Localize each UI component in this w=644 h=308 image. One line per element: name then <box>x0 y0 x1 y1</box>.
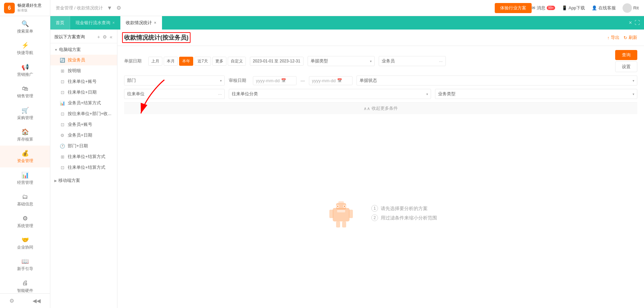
sidebar-item-inventory[interactable]: 🏠 库存核算 <box>0 124 50 146</box>
add-scheme-button[interactable]: + <box>97 34 101 40</box>
sidebar-item-search[interactable]: 🔍 搜索菜单 <box>0 16 50 38</box>
svg-rect-2 <box>338 201 344 204</box>
sidebar-item-label: 搜索菜单 <box>17 29 33 34</box>
tab-receipt-stats-close[interactable]: × <box>154 20 156 25</box>
from-unit-category-select[interactable]: 往来单位分类 ▾ <box>229 89 431 99</box>
review-date-from[interactable]: yyyy-mm-dd 📅 <box>253 76 297 85</box>
settings-icon[interactable]: ⚙ <box>116 5 121 11</box>
sidebar-item-fund[interactable]: 💰 资金管理 <box>0 146 50 167</box>
scheme-item-unit-dept[interactable]: ⊡ 按往来单位+部门+收... <box>50 108 117 119</box>
tab-receipt-stats[interactable]: 收款情况统计 × <box>120 16 162 30</box>
ellipsis-icon: ··· <box>218 92 222 97</box>
sidebar-item-label: 基础信息 <box>17 202 33 206</box>
tab-home[interactable]: 首页 <box>50 16 70 30</box>
date-custom-btn[interactable]: 自定义 <box>228 57 246 66</box>
scheme-item-unit-date[interactable]: ⊡ 往来单位+日期 <box>50 87 117 98</box>
tab-receipt-stats-label: 收款情况统计 <box>126 20 152 26</box>
scheme-item-staff-pay[interactable]: 📊 业务员+结算方式 <box>50 98 117 108</box>
calendar-icon: 📅 <box>281 78 286 83</box>
staff-select[interactable]: 业务员 ··· <box>379 56 446 66</box>
chevron-down-icon: ▾ <box>633 79 634 83</box>
scheme-item-label: 业务员+账号 <box>68 121 92 127</box>
message-icon: ✉ <box>532 5 535 10</box>
sidebar-item-operation[interactable]: 📊 经营管理 <box>0 167 50 189</box>
scheme-item-label: 按明细 <box>68 68 81 74</box>
tab-bank-flow-close[interactable]: × <box>112 20 115 25</box>
dept-select[interactable]: 部门 ▾ <box>124 75 225 86</box>
sidebar-item-label: 企业协同 <box>17 245 33 250</box>
app-download-label: App下载 <box>569 5 585 11</box>
scheme-item-staff-account[interactable]: ⊡ 业务员+账号 <box>50 119 117 130</box>
export-button[interactable]: ↑ 导出 <box>607 35 620 41</box>
inventory-icon: 🏠 <box>21 128 29 136</box>
scheme-item-by-detail[interactable]: ⊞ 按明细 <box>50 65 117 76</box>
date-7days-btn[interactable]: 近7天 <box>195 57 211 66</box>
scheme-icon: ⊡ <box>60 122 65 127</box>
sidebar-item-guide[interactable]: 📖 新手引导 <box>0 254 50 275</box>
main-area: 资金管理 / 收款情况统计 ▼ ⚙ 体验行业方案 ✉ 消息 99+ 📱 App下… <box>50 0 644 308</box>
collapse-sidebar-icon[interactable]: ◀◀ <box>31 296 42 305</box>
scheme-settings-icon[interactable]: ⚙ <box>102 34 108 40</box>
collapse-conditions-button[interactable]: ∧∧ 收起更多条件 <box>124 102 637 114</box>
scheme-item-dept-date[interactable]: 🕐 部门+日期 <box>50 141 117 151</box>
date-this-year-btn[interactable]: 本年 <box>179 57 193 66</box>
scheme-item-unit-account[interactable]: ⊡ 往来单位+账号 <box>50 76 117 87</box>
scheme-item-by-staff[interactable]: 🔄 按业务员 <box>50 55 117 65</box>
user-profile-button[interactable]: Rit <box>623 3 639 13</box>
settings-button[interactable]: 设置 <box>615 61 637 72</box>
sidebar-item-base[interactable]: 🗂 基础信息 <box>0 189 50 210</box>
biz-type-select[interactable]: 业务类型 ▾ <box>435 89 637 99</box>
scheme-icon: 🕐 <box>60 144 65 149</box>
scheme-item-unit-pay1[interactable]: ⊞ 往来单位+结算方式 <box>50 151 117 162</box>
message-badge: 99+ <box>547 6 555 10</box>
messages-button[interactable]: ✉ 消息 99+ <box>532 5 555 11</box>
settings-bottom-icon[interactable]: ⚙ <box>8 296 15 305</box>
sidebar-item-purchase[interactable]: 🛒 采购管理 <box>0 103 50 124</box>
date-last-month-btn[interactable]: 上月 <box>148 57 162 66</box>
query-button[interactable]: 查询 <box>615 50 637 60</box>
tab-home-label: 首页 <box>56 20 64 26</box>
left-panel: 按以下方案查询 + ⚙ « ▼ 电脑端方案 🔄 按业务员 <box>50 30 117 308</box>
sidebar-item-quick-nav[interactable]: ⚡ 快捷导航 <box>0 38 50 59</box>
date-more-btn[interactable]: 更多 <box>212 57 226 66</box>
date-this-month-btn[interactable]: 本月 <box>164 57 178 66</box>
svg-point-5 <box>337 206 338 207</box>
trial-button[interactable]: 体验行业方案 <box>495 3 532 13</box>
page-title: 收款情况统计(按业务员) <box>124 34 189 41</box>
scheme-icon: 🔄 <box>60 58 65 63</box>
doc-type-select[interactable]: 单据类型 ▾ <box>308 56 375 66</box>
header-gear-icon[interactable]: ▼ <box>107 5 112 11</box>
marketing-icon: 📢 <box>21 63 29 71</box>
empty-steps: 1 请先选择要分析的方案 2 用过滤条件来缩小分析范围 <box>371 204 437 222</box>
chevron-down-icon: ▾ <box>220 79 222 83</box>
scheme-item-label: 往来单位+结算方式 <box>68 164 105 170</box>
scheme-item-unit-pay2[interactable]: ⊡ 往来单位+结算方式 <box>50 162 117 173</box>
desktop-scheme-header[interactable]: ▼ 电脑端方案 <box>50 45 117 55</box>
quick-nav-icon: ⚡ <box>21 42 29 49</box>
app-download-button[interactable]: 📱 App下载 <box>562 5 585 11</box>
svg-rect-10 <box>336 221 340 227</box>
empty-illustration <box>324 196 358 230</box>
review-date-to[interactable]: yyyy-mm-dd 📅 <box>309 76 353 85</box>
step-2-number: 2 <box>371 214 378 221</box>
sidebar-item-hardware[interactable]: 🖨 智能硬件 <box>0 275 50 293</box>
tab-maximize-icon[interactable]: ⛶ <box>635 20 640 26</box>
sidebar-item-marketing[interactable]: 📢 营销推广 <box>0 59 50 81</box>
desktop-scheme-group: ▼ 电脑端方案 🔄 按业务员 ⊞ 按明细 ⊡ 往来单位+账号 <box>50 43 117 174</box>
refresh-button[interactable]: ↻ 刷新 <box>624 35 637 41</box>
from-unit-select[interactable]: 往来单位 ··· <box>124 89 225 99</box>
doc-status-select[interactable]: 单据状态 ▾ <box>357 75 637 86</box>
online-service-button[interactable]: 👤 在线客服 <box>592 5 616 11</box>
tab-close-all-icon[interactable]: × <box>629 20 632 26</box>
tab-bank-flow[interactable]: 现金银行流水查询 × <box>70 16 120 30</box>
scheme-item-staff-date[interactable]: ⚙ 业务员+日期 <box>50 130 117 141</box>
collapse-panel-icon[interactable]: « <box>109 34 113 40</box>
scheme-item-label: 按往来单位+部门+收... <box>68 111 111 117</box>
sidebar-item-enterprise[interactable]: 🤝 企业协同 <box>0 232 50 254</box>
logo-badge: 标准版 <box>17 8 42 13</box>
date-placeholder-from: yyyy-mm-dd <box>256 78 280 83</box>
sidebar-item-system[interactable]: ⚙ 系统管理 <box>0 211 50 232</box>
scheme-icon: ⊡ <box>60 90 65 95</box>
sidebar-item-sales[interactable]: 🛍 销售管理 <box>0 81 50 102</box>
mobile-scheme-header[interactable]: ▶ 移动端方案 <box>50 175 117 186</box>
